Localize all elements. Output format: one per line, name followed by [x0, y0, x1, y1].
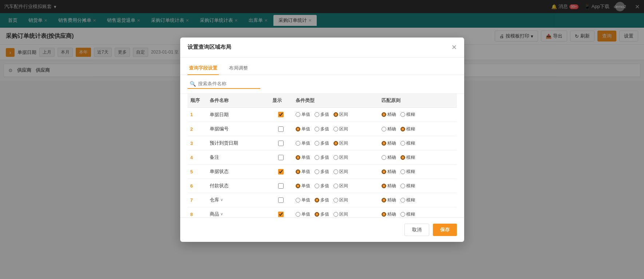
tab-layout-adjust[interactable]: 布局调整	[228, 62, 249, 75]
table-row: 4备注单值多值区间精确模糊	[187, 150, 457, 165]
match-exact-3[interactable]: 精确	[382, 154, 396, 161]
modal-table: 顺序 条件名称 显示 条件类型 匹配原则 1单据日期单值多值区间精确模糊2单据编…	[187, 94, 457, 217]
display-checkbox-3[interactable]	[278, 155, 284, 160]
type-multi-5[interactable]: 多值	[315, 183, 329, 189]
row-type-2: 单值多值区间	[293, 136, 379, 150]
display-checkbox-7[interactable]	[278, 212, 284, 217]
th-name: 条件名称	[207, 94, 269, 108]
row-display-3	[269, 150, 293, 165]
row-name-0: 单据日期	[207, 108, 269, 122]
row-seq-2: 2	[187, 122, 207, 136]
modal-search-area: 🔍	[180, 75, 464, 94]
type-range-7[interactable]: 区间	[333, 211, 348, 217]
match-exact-0[interactable]: 精确	[382, 111, 396, 118]
type-range-0[interactable]: 区间	[333, 111, 348, 118]
table-row: 1单据日期单值多值区间精确模糊	[187, 107, 457, 122]
row-seq-8: 8	[187, 207, 207, 217]
display-checkbox-5[interactable]	[278, 183, 284, 189]
search-icon: 🔍	[190, 81, 196, 87]
row-match-5: 精确模糊	[379, 179, 457, 193]
table-row: 8商品 ∨单值多值区间精确模糊	[187, 207, 457, 217]
type-multi-0[interactable]: 多值	[315, 111, 329, 118]
match-exact-1[interactable]: 精确	[382, 126, 396, 132]
tab-field-settings[interactable]: 查询字段设置	[187, 62, 219, 75]
type-single-7[interactable]: 单值	[296, 211, 310, 217]
type-multi-4[interactable]: 多值	[315, 169, 329, 175]
match-exact-4[interactable]: 精确	[382, 169, 396, 175]
match-fuzzy-1[interactable]: 模糊	[400, 126, 415, 132]
row-match-2: 精确模糊	[379, 136, 457, 150]
row-display-0	[269, 107, 293, 122]
type-multi-1[interactable]: 多值	[315, 126, 329, 132]
type-multi-2[interactable]: 多值	[315, 140, 329, 146]
display-checkbox-0[interactable]	[278, 112, 284, 117]
display-checkbox-4[interactable]	[278, 169, 284, 174]
type-range-3[interactable]: 区间	[333, 154, 348, 161]
row-name-4: 单据状态	[207, 165, 269, 179]
row-type-4: 单值多值区间	[293, 165, 379, 179]
row-seq-3: 3	[187, 136, 207, 150]
th-display: 显示	[269, 94, 293, 108]
search-input[interactable]	[198, 81, 256, 86]
display-checkbox-2[interactable]	[278, 141, 284, 146]
row-match-3: 精确模糊	[379, 150, 457, 165]
row-match-7: 精确模糊	[379, 207, 457, 217]
search-input-wrap[interactable]: 🔍	[187, 79, 260, 89]
table-row: 5单据状态单值多值区间精确模糊	[187, 165, 457, 179]
row-match-0: 精确模糊	[379, 107, 457, 122]
type-range-6[interactable]: 区间	[333, 197, 348, 203]
type-single-4[interactable]: 单值	[296, 169, 310, 175]
type-single-2[interactable]: 单值	[296, 140, 310, 146]
match-exact-2[interactable]: 精确	[382, 140, 396, 146]
type-range-4[interactable]: 区间	[333, 169, 348, 175]
match-fuzzy-0[interactable]: 模糊	[400, 111, 415, 118]
modal-close-button[interactable]: ✕	[451, 43, 457, 51]
th-seq: 顺序	[187, 94, 207, 108]
type-single-1[interactable]: 单值	[296, 126, 310, 132]
row-type-6: 单值多值区间	[293, 193, 379, 207]
row-match-1: 精确模糊	[379, 122, 457, 136]
match-exact-7[interactable]: 精确	[382, 211, 396, 217]
type-range-1[interactable]: 区间	[333, 126, 348, 132]
row-display-2	[269, 136, 293, 150]
table-row: 7仓库 ∨单值多值区间精确模糊	[187, 193, 457, 207]
type-multi-6[interactable]: 多值	[315, 197, 329, 203]
row-name-7: 商品 ∨	[207, 207, 269, 217]
dropdown-arrow-icon[interactable]: ∨	[220, 197, 223, 202]
match-fuzzy-2[interactable]: 模糊	[400, 140, 415, 146]
type-range-2[interactable]: 区间	[333, 140, 348, 146]
row-display-7	[269, 207, 293, 217]
match-exact-6[interactable]: 精确	[382, 197, 396, 203]
match-fuzzy-7[interactable]: 模糊	[400, 211, 415, 217]
match-fuzzy-3[interactable]: 模糊	[400, 154, 415, 161]
save-button[interactable]: 保存	[433, 224, 457, 236]
match-fuzzy-6[interactable]: 模糊	[400, 197, 415, 203]
row-display-1	[269, 122, 293, 136]
match-fuzzy-5[interactable]: 模糊	[400, 183, 415, 189]
row-type-3: 单值多值区间	[293, 150, 379, 165]
type-multi-7[interactable]: 多值	[315, 211, 329, 217]
type-multi-3[interactable]: 多值	[315, 154, 329, 161]
row-type-5: 单值多值区间	[293, 179, 379, 193]
type-range-5[interactable]: 区间	[333, 183, 348, 189]
row-seq-5: 5	[187, 165, 207, 179]
match-exact-5[interactable]: 精确	[382, 183, 396, 189]
table-row: 6付款状态单值多值区间精确模糊	[187, 179, 457, 193]
modal-title: 设置查询区域布局	[187, 44, 231, 51]
row-display-6	[269, 193, 293, 207]
row-type-1: 单值多值区间	[293, 122, 379, 136]
display-checkbox-1[interactable]	[278, 126, 284, 132]
type-single-5[interactable]: 单值	[296, 183, 310, 189]
cancel-button[interactable]: 取消	[404, 224, 429, 236]
match-fuzzy-4[interactable]: 模糊	[400, 169, 415, 175]
type-single-6[interactable]: 单值	[296, 197, 310, 203]
row-type-0: 单值多值区间	[293, 107, 379, 122]
display-checkbox-6[interactable]	[278, 197, 284, 203]
settings-modal: 设置查询区域布局 ✕ 查询字段设置 布局调整 🔍 顺序	[180, 38, 464, 242]
row-name-1: 单据编号	[207, 122, 269, 136]
type-single-0[interactable]: 单值	[296, 111, 310, 118]
row-name-2: 预计到货日期	[207, 136, 269, 150]
type-single-3[interactable]: 单值	[296, 154, 310, 161]
dropdown-arrow-icon[interactable]: ∨	[220, 212, 223, 216]
modal-overlay: 设置查询区域布局 ✕ 查询字段设置 布局调整 🔍 顺序	[0, 0, 644, 279]
